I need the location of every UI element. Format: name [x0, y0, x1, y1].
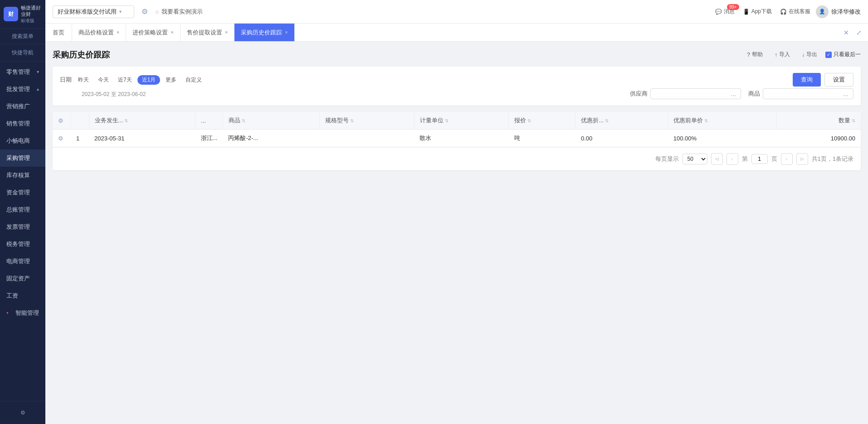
sidebar-item-fixed-assets[interactable]: 固定资产	[0, 270, 45, 287]
page-suffix: 页	[771, 155, 777, 163]
demo-label: 我要看实例演示	[161, 8, 203, 16]
sidebar-item-tax[interactable]: 税务管理	[0, 236, 45, 253]
date-btn-custom[interactable]: 自定义	[182, 75, 205, 85]
date-btn-today[interactable]: 今天	[94, 75, 112, 85]
th-discount[interactable]: 优惠折... ⇅	[575, 112, 668, 130]
filter-row: 日期 昨天 今天 近7天 近1月 更多 自定义 查询 设置	[60, 73, 853, 87]
app-download-button[interactable]: 📱 App下载	[743, 8, 772, 15]
first-page-button[interactable]: ⊲	[711, 153, 723, 165]
logo-sub: 标准版	[21, 18, 42, 24]
settings-button[interactable]: 设置	[824, 73, 853, 87]
data-table: ⚙ 业务发生... ⇅ ...	[53, 112, 861, 147]
sidebar-item-finance[interactable]: 资金管理	[0, 184, 45, 201]
page-content: 采购历史价跟踪 ? 帮助 ↑ 导入 ↓ 导出 ✓ 只看最后一	[45, 42, 868, 424]
export-icon: ↓	[802, 52, 805, 58]
tab-close-all-button[interactable]: ✕	[841, 27, 852, 38]
th-goods[interactable]: 商品 ⇅	[223, 112, 319, 130]
sidebar-item-zero-sale[interactable]: 零售管理 ▾	[0, 63, 45, 81]
th-more[interactable]: ...	[195, 112, 223, 130]
export-label: 导出	[806, 51, 817, 58]
th-price[interactable]: 报价 ⇅	[509, 112, 575, 130]
prev-page-button[interactable]: ‹	[727, 153, 738, 165]
per-page-select[interactable]: 50 10 20 100	[683, 154, 707, 164]
only-last-checkbox[interactable]: ✓	[825, 52, 832, 58]
th-quantity[interactable]: 数量 ⇅	[776, 112, 861, 130]
topbar-actions: 💬 消息 99+ 📱 App下载 🎧 在线客服	[715, 8, 810, 15]
sidebar-item-general-ledger[interactable]: 总账管理	[0, 201, 45, 218]
tabbar: 首页 商品价格设置 × 进价策略设置 × 售价提取设置 × 采购历史价跟踪 × …	[45, 24, 868, 42]
tab-goods-price-close[interactable]: ×	[117, 30, 119, 35]
sidebar-quick-nav[interactable]: 快捷导航	[0, 44, 45, 62]
total-info: 共1页，1条记录	[812, 155, 853, 163]
sort-goods-icon: ⇅	[242, 118, 245, 123]
tab-purchase-strategy[interactable]: 进价策略设置 ×	[126, 24, 180, 41]
query-button[interactable]: 查询	[793, 73, 821, 87]
last-page-button[interactable]: ⊳	[796, 153, 808, 165]
th-biz-date[interactable]: 业务发生... ⇅	[89, 112, 195, 130]
next-page-button[interactable]: ›	[781, 153, 793, 165]
online-service-button[interactable]: 🎧 在线客服	[780, 8, 810, 15]
date-btn-1month[interactable]: 近1月	[137, 75, 161, 85]
supplier-dots[interactable]: ...	[730, 90, 737, 97]
date-btn-more[interactable]: 更多	[162, 75, 180, 85]
demo-icon: ○	[155, 8, 159, 15]
sidebar-search[interactable]: 搜索菜单	[0, 29, 45, 44]
sidebar-item-ecommerce[interactable]: 电商管理	[0, 253, 45, 270]
help-icon: ?	[747, 52, 750, 58]
sidebar-item-purchase-mgmt[interactable]: 采购管理	[0, 149, 45, 167]
sidebar-item-label: 发票管理	[6, 223, 30, 231]
tab-purchase-history[interactable]: 采购历史价跟踪 ×	[234, 24, 294, 41]
help-button[interactable]: ? 帮助	[743, 49, 766, 60]
sidebar-item-payroll[interactable]: 工资	[0, 287, 45, 304]
sidebar-item-inventory[interactable]: 库存核算	[0, 167, 45, 184]
chevron-up-icon: ▴	[37, 87, 39, 92]
supplier-filter: 供应商 ...	[630, 88, 741, 99]
quick-nav-item[interactable]: 快捷导航	[0, 46, 45, 59]
demo-button[interactable]: ○ 我要看实例演示	[155, 8, 203, 16]
sidebar-item-sales-mgmt[interactable]: 销售管理	[0, 115, 45, 132]
version-selector[interactable]: 好业财标准版交付试用 ▾	[53, 5, 134, 18]
tab-sale-price[interactable]: 售价提取设置 ×	[180, 24, 234, 41]
sidebar-item-smart-mgmt[interactable]: 智能管理	[0, 304, 45, 322]
message-button[interactable]: 💬 消息 99+	[715, 8, 735, 15]
goods-dots[interactable]: ...	[842, 90, 849, 97]
tab-sale-price-close[interactable]: ×	[225, 30, 228, 35]
tabbar-end: ✕ ⤢	[837, 24, 868, 41]
user-menu[interactable]: 👤 徐泽华修改	[816, 5, 861, 18]
sidebar-item-label: 工资	[6, 292, 18, 300]
sort-unit-icon: ⇅	[445, 118, 449, 123]
sort-quantity-icon: ⇅	[852, 118, 855, 123]
main-area: 好业财标准版交付试用 ▾ ⚙ ○ 我要看实例演示 💬 消息 99+ 📱 App下…	[45, 0, 868, 424]
th-pre-discount[interactable]: 优惠前单价 ⇅	[668, 112, 777, 130]
sidebar-settings-icon[interactable]: ⚙	[0, 406, 45, 419]
sidebar-item-marketing[interactable]: 营销推广	[0, 98, 45, 115]
date-btn-yesterday[interactable]: 昨天	[74, 75, 93, 85]
th-spec[interactable]: 规格型号 ⇅	[319, 112, 414, 130]
sidebar-item-invoice[interactable]: 发票管理	[0, 218, 45, 236]
tab-purchase-history-close[interactable]: ×	[285, 30, 288, 35]
th-unit[interactable]: 计量单位 ⇅	[414, 112, 509, 130]
supplier-input[interactable]	[654, 91, 730, 97]
sidebar-item-ecommerce-small[interactable]: 小畅电商	[0, 132, 45, 149]
sidebar-item-label: 库存核算	[6, 171, 30, 179]
filter-action-btns: 查询 设置	[793, 73, 853, 87]
page-input[interactable]	[751, 154, 768, 164]
version-label: 好业财标准版交付试用	[58, 8, 117, 16]
th-seq	[71, 112, 89, 130]
tab-goods-price[interactable]: 商品价格设置 ×	[72, 24, 126, 41]
row-setting-icon[interactable]: ⚙	[58, 135, 63, 142]
pagination: 每页显示 50 10 20 100 ⊲ ‹ 第 页 › ⊳ 共1页，1条记录	[53, 147, 861, 170]
tab-maximize-button[interactable]: ⤢	[853, 27, 864, 38]
date-btn-7days[interactable]: 近7天	[114, 75, 136, 85]
sidebar-item-wholesale[interactable]: 批发管理 ▴	[0, 81, 45, 98]
export-button[interactable]: ↓ 导出	[798, 49, 821, 60]
user-name: 徐泽华修改	[831, 8, 861, 16]
tab-home[interactable]: 首页	[45, 24, 72, 41]
goods-input[interactable]	[767, 91, 842, 97]
chevron-down-icon: ▾	[37, 69, 39, 74]
import-button[interactable]: ↑ 导入	[771, 49, 794, 60]
topbar-setting-icon[interactable]: ⚙	[140, 5, 150, 18]
online-service-label: 在线客服	[789, 8, 810, 15]
column-setting-icon[interactable]: ⚙	[58, 117, 63, 124]
tab-purchase-strategy-close[interactable]: ×	[171, 30, 173, 35]
